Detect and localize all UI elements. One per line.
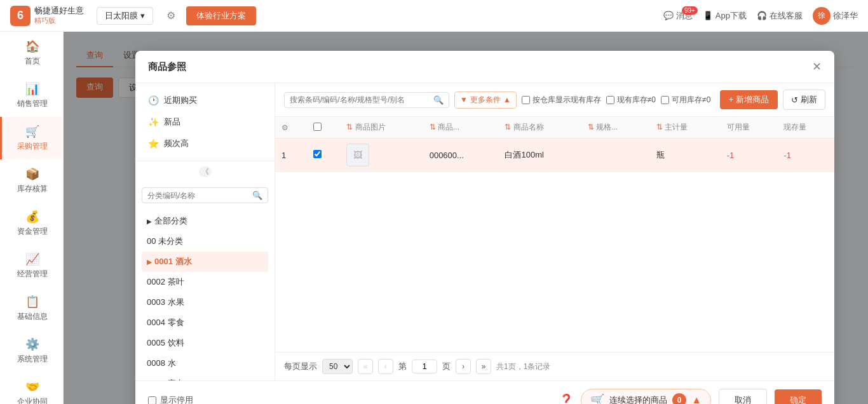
product-image: 🖼	[346, 144, 369, 166]
help-icon[interactable]: ❓	[559, 393, 573, 404]
sidebar-item-sales[interactable]: 📊 销售管理	[0, 74, 63, 117]
logo-text: 畅捷通好生意 精巧版	[34, 6, 84, 26]
message-icon: 💬	[663, 11, 674, 20]
collapse-button[interactable]: 《	[199, 166, 212, 177]
col-settings[interactable]: ⚙	[275, 117, 307, 138]
warehouse-stock-checkbox[interactable]	[522, 96, 530, 104]
trial-button[interactable]: 体验行业方案	[186, 6, 256, 25]
category-item-fruit[interactable]: 0003 水果	[142, 292, 268, 313]
inventory-icon: 📦	[25, 167, 39, 181]
sort-icon: ⇅	[656, 123, 663, 131]
sidebar: 🏠 首页 📊 销售管理 🛒 采购管理 📦 库存核算 💰 资金管理 📈 经营管理 …	[0, 32, 64, 404]
col-checkbox	[307, 117, 341, 138]
modal-right-panel: 🔍 ▼ 更多条件 ▲ 按仓库显示现有库存	[275, 83, 834, 380]
messages-badge: 99+	[682, 6, 698, 15]
category-search-input[interactable]	[147, 191, 248, 200]
tab-high-frequency[interactable]: ⭐ 频次高	[142, 133, 268, 154]
cell-checkbox[interactable]	[307, 138, 341, 172]
cell-name: 白酒100ml	[498, 138, 581, 172]
sidebar-item-home[interactable]: 🏠 首页	[0, 32, 63, 74]
cart-count-badge: 0	[672, 393, 686, 404]
nav-dropdown[interactable]: 日太阳膜 ▾	[97, 7, 153, 25]
product-search-box: 🔍	[284, 92, 449, 108]
recent-icon: 🕐	[148, 95, 159, 105]
usable-stock-checkbox[interactable]	[661, 96, 669, 104]
app-download-nav-item[interactable]: 📱 App下载	[703, 10, 747, 22]
prev-page-button[interactable]: ‹	[378, 359, 393, 374]
cart-collapse-button[interactable]: ▲	[691, 394, 702, 404]
col-stock: 现存量	[777, 117, 834, 138]
next-page-button[interactable]: ›	[456, 359, 471, 374]
chevron-down-icon: ▾	[140, 11, 145, 20]
modal-toolbar: 🔍 ▼ 更多条件 ▲ 按仓库显示现有库存	[275, 83, 834, 117]
online-service-nav-item[interactable]: 🎧 在线客服	[757, 10, 803, 22]
sidebar-item-purchase[interactable]: 🛒 采购管理	[0, 117, 63, 159]
avatar: 徐	[813, 7, 831, 25]
table-row[interactable]: 1 🖼 000600... 白酒100ml 瓶 -1	[275, 138, 834, 172]
modal-body: 🕐 近期购买 ✨ 新品 ⭐ 频次高 《	[135, 83, 834, 380]
sidebar-item-operations[interactable]: 📈 经营管理	[0, 245, 63, 287]
sidebar-item-inventory[interactable]: 📦 库存核算	[0, 159, 63, 202]
checkbox-warehouse-stock[interactable]: 按仓库显示现有库存	[522, 95, 601, 105]
cell-image: 🖼	[340, 138, 423, 172]
product-reference-modal: 商品参照 ✕ 🕐 近期购买 ✨ 新品	[135, 51, 834, 404]
row-checkbox[interactable]	[313, 150, 322, 158]
show-disabled-checkbox-label[interactable]: 显示停用	[148, 394, 193, 404]
sidebar-item-finance[interactable]: 💰 资金管理	[0, 202, 63, 245]
checkbox-available-stock[interactable]: 现有库存≠0	[606, 95, 656, 105]
sales-icon: 📊	[25, 82, 39, 96]
main-content: 查询 设置 查询 设置 刷新 商品参照 ✕	[64, 32, 868, 404]
messages-nav-item[interactable]: 💬 消息 99+	[663, 10, 693, 22]
category-item-tea[interactable]: 0002 茶叶	[142, 272, 268, 292]
sidebar-item-enterprise[interactable]: 🤝 企业协同	[0, 372, 63, 404]
add-product-button[interactable]: + 新增商品	[720, 90, 778, 109]
nav-right: 💬 消息 99+ 📱 App下载 🎧 在线客服 徐 徐泽华	[663, 7, 858, 25]
first-page-button[interactable]: «	[358, 359, 373, 374]
enterprise-icon: 🤝	[25, 380, 39, 394]
modal-left-panel: 🕐 近期购买 ✨ 新品 ⭐ 频次高 《	[135, 83, 275, 380]
sort-icon: ⇅	[505, 123, 511, 131]
cell-spec	[581, 138, 650, 172]
logo-area: 6 畅捷通好生意 精巧版	[10, 6, 84, 26]
chevron-up-icon: ▲	[503, 95, 511, 104]
per-page-select[interactable]: 50	[322, 359, 353, 374]
page-number-input[interactable]	[412, 360, 437, 374]
sidebar-item-basic-info[interactable]: 📋 基础信息	[0, 287, 63, 330]
cancel-button[interactable]: 取消	[719, 389, 767, 404]
col-name: ⇅ 商品名称	[498, 117, 581, 138]
footer-right: ❓ 🛒 连续选择的商品 0 ▲ 取消 确定	[559, 389, 822, 404]
checkbox-usable-stock[interactable]: 可用库存≠0	[661, 95, 710, 105]
system-icon: ⚙️	[25, 337, 39, 351]
category-item-liquor[interactable]: ▶ 0001 酒水	[142, 252, 268, 272]
cell-stock: -1	[777, 138, 834, 172]
category-search-box: 🔍	[142, 187, 268, 203]
category-item-beverage[interactable]: 0005 饮料	[142, 333, 268, 353]
cart-area: 🛒 连续选择的商品 0 ▲	[581, 389, 711, 404]
arrow-icon: ▶	[147, 259, 152, 266]
sort-icon: ⇅	[430, 123, 436, 131]
arrow-icon: ▶	[147, 218, 152, 225]
sidebar-item-system[interactable]: ⚙️ 系统管理	[0, 330, 63, 372]
available-stock-checkbox[interactable]	[606, 96, 614, 104]
cart-icon: 🛒	[590, 393, 604, 404]
refresh-icon: ↺	[791, 95, 798, 105]
confirm-button[interactable]: 确定	[775, 389, 822, 404]
more-filter-button[interactable]: ▼ 更多条件 ▲	[454, 91, 517, 109]
last-page-button[interactable]: »	[476, 359, 491, 374]
category-item-unclassified[interactable]: 00 未分类	[142, 231, 268, 252]
category-item-all[interactable]: ▶ 全部分类	[142, 211, 268, 231]
product-search-input[interactable]	[290, 95, 430, 104]
show-disabled-checkbox[interactable]	[148, 396, 156, 405]
category-item-water[interactable]: 0008 水	[142, 353, 268, 374]
tab-recent-purchase[interactable]: 🕐 近期购买	[142, 90, 268, 111]
category-item-appliance[interactable]: 0010 家电	[142, 374, 268, 380]
user-profile[interactable]: 徐 徐泽华	[813, 7, 858, 25]
cell-unit: 瓶	[650, 138, 721, 172]
gear-icon[interactable]: ⚙	[161, 6, 181, 26]
operations-icon: 📈	[25, 252, 39, 266]
select-all-checkbox[interactable]	[313, 123, 322, 131]
modal-close-button[interactable]: ✕	[812, 60, 822, 74]
category-item-snack[interactable]: 0004 零食	[142, 313, 268, 333]
tab-new-product[interactable]: ✨ 新品	[142, 111, 268, 133]
refresh-button[interactable]: ↺ 刷新	[783, 90, 825, 110]
